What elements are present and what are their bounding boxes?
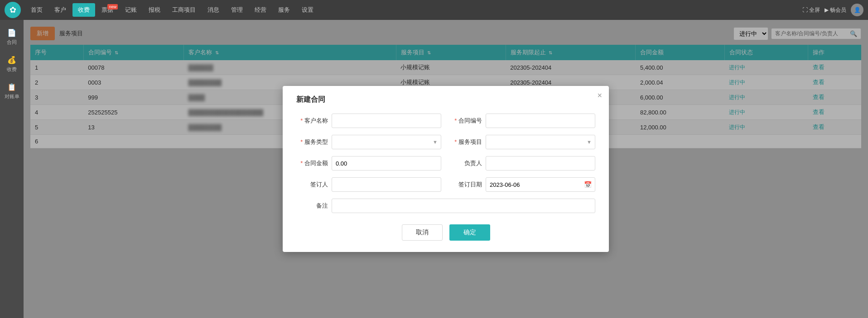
nav-customer[interactable]: 客户 [49, 3, 72, 17]
contract-icon: 📄 [7, 28, 16, 37]
contract-no-label: 合同编号 [450, 117, 482, 125]
modal-title: 新建合同 [296, 95, 595, 104]
nav-operation[interactable]: 经营 [249, 3, 272, 17]
sign-date-input[interactable] [486, 177, 595, 192]
form-row-responsible: 负责人 [450, 156, 595, 171]
content-area: 新增 服务项目 进行中 已完成 已终止 🔍 序号 合同 [24, 20, 868, 318]
calendar-icon[interactable]: 📅 [584, 181, 592, 188]
form-row-remarks: 备注 [296, 199, 595, 213]
remarks-input[interactable] [332, 199, 595, 213]
customer-name-input[interactable] [332, 114, 441, 128]
app-logo: ✿ [5, 2, 21, 18]
contract-no-input[interactable] [486, 114, 595, 128]
cancel-button[interactable]: 取消 [402, 224, 443, 241]
fullscreen-button[interactable]: ⛶ 全屏 [802, 6, 820, 14]
contract-amount-input[interactable] [332, 156, 441, 171]
new-contract-modal: 新建合同 × 客户名称 合同编号 服务类型 [283, 86, 609, 252]
sidebar-item-reconciliation[interactable]: 📋 对账单 [1, 79, 22, 104]
modal-close-button[interactable]: × [597, 91, 602, 100]
service-item-select-wrap: ▼ [486, 135, 595, 149]
form-row-amount: 合同金额 [296, 156, 441, 171]
form-row-service-item: 服务项目 ▼ [450, 135, 595, 149]
nav-home[interactable]: 首页 [25, 3, 48, 17]
service-type-label: 服务类型 [296, 138, 328, 146]
sign-date-label: 签订日期 [450, 180, 482, 189]
nav-invoice[interactable]: 票据 new [96, 3, 119, 17]
modal-form: 客户名称 合同编号 服务类型 ▼ [296, 114, 595, 213]
reconciliation-icon: 📋 [7, 82, 16, 91]
form-row-service-type: 服务类型 ▼ [296, 135, 441, 149]
service-item-label: 服务项目 [450, 138, 482, 146]
nav-service[interactable]: 服务 [273, 3, 295, 17]
service-type-select-wrap: ▼ [332, 135, 441, 149]
signer-label: 签订人 [296, 180, 328, 189]
form-row-contract-no: 合同编号 [450, 114, 595, 128]
nav-management[interactable]: 管理 [226, 3, 248, 17]
nav-accounting[interactable]: 记账 [120, 3, 142, 17]
member-button[interactable]: ▶ 畅会员 [825, 6, 846, 14]
nav-settings[interactable]: 设置 [296, 3, 319, 17]
form-row-customer: 客户名称 [296, 114, 441, 128]
nav-message[interactable]: 消息 [202, 3, 225, 17]
billing-icon: 💰 [7, 55, 16, 64]
form-row-sign-date: 签订日期 📅 [450, 177, 595, 192]
nav-business[interactable]: 工商项目 [167, 3, 201, 17]
fullscreen-icon: ⛶ [802, 7, 808, 13]
confirm-button[interactable]: 确定 [449, 224, 490, 241]
remarks-label: 备注 [296, 202, 328, 210]
main-layout: 📄 合同 💰 收费 📋 对账单 新增 服务项目 进行中 已完成 已终止 [0, 20, 868, 318]
contract-amount-label: 合同金额 [296, 159, 328, 167]
signer-input[interactable] [332, 177, 441, 192]
responsible-label: 负责人 [450, 159, 482, 167]
nav-menu: 首页 客户 收费 票据 new 记账 报税 工商项目 消息 管理 经营 服务 设… [25, 3, 802, 17]
nav-tax[interactable]: 报税 [143, 3, 166, 17]
modal-overlay: 新建合同 × 客户名称 合同编号 服务类型 [24, 20, 868, 318]
sidebar-item-contract[interactable]: 📄 合同 [1, 24, 22, 49]
sign-date-wrap: 📅 [486, 177, 595, 192]
top-navigation: ✿ 首页 客户 收费 票据 new 记账 报税 工商项目 消息 管理 经营 服务… [0, 0, 868, 20]
form-row-signer: 签订人 [296, 177, 441, 192]
service-type-select[interactable] [332, 135, 441, 149]
member-icon: ▶ [825, 7, 829, 13]
sidebar: 📄 合同 💰 收费 📋 对账单 [0, 20, 24, 318]
service-item-select[interactable] [486, 135, 595, 149]
responsible-input[interactable] [486, 156, 595, 171]
modal-footer: 取消 确定 [296, 224, 595, 241]
user-avatar[interactable]: 👤 [851, 4, 863, 16]
nav-billing[interactable]: 收费 [72, 3, 95, 17]
customer-name-label: 客户名称 [296, 117, 328, 125]
nav-right-controls: ⛶ 全屏 ▶ 畅会员 👤 [802, 4, 863, 16]
new-badge: new [107, 4, 118, 9]
sidebar-item-billing[interactable]: 💰 收费 [1, 52, 22, 76]
